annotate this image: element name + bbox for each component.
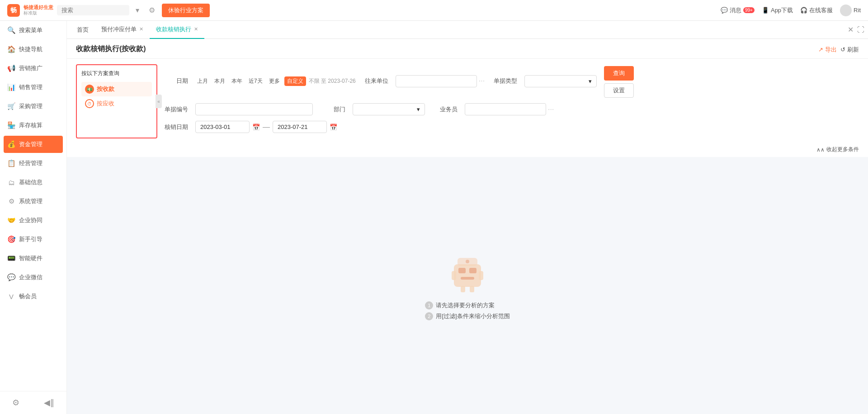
- department-select[interactable]: ▾: [353, 103, 425, 115]
- bill-type-label: 单据类型: [492, 77, 517, 85]
- sidebar-item-cooperation[interactable]: 🤝 企业协同: [0, 211, 66, 230]
- verify-date-label: 核销日期: [163, 123, 188, 131]
- online-service-button[interactable]: 🎧 在线客服: [800, 6, 833, 14]
- filter-area: 按以下方案查询 💵 按收款 ⏱ 按应收 « 日期 上月 本: [67, 59, 868, 144]
- gear-icon[interactable]: ⚙: [146, 4, 158, 17]
- refresh-button[interactable]: ↺ 刷新: [840, 46, 859, 54]
- counterpart-more-icon[interactable]: ···: [479, 77, 485, 85]
- date-label: 日期: [163, 77, 188, 85]
- sidebar-item-marketing[interactable]: 📢 营销推广: [0, 59, 66, 78]
- verify-date-range: 📅 — 📅: [195, 121, 337, 133]
- department-label: 部门: [320, 105, 345, 114]
- tab-actions: ✕ ⛶: [848, 25, 864, 34]
- svg-rect-2: [469, 268, 476, 273]
- empty-hint-1: 1 请先选择要分析的方案: [425, 301, 509, 309]
- sidebar-item-quicknav[interactable]: 🏠 快捷导航: [0, 40, 66, 59]
- sidebar-item-operations[interactable]: 📋 经营管理: [0, 154, 66, 173]
- sidebar-item-guide[interactable]: 🎯 新手引导: [0, 230, 66, 249]
- solution-button[interactable]: 休验行业方案: [162, 4, 210, 17]
- receivable-icon: ⏱: [85, 99, 94, 108]
- purchase-icon: 🛒: [7, 102, 15, 110]
- tab-bar: 首页 预付冲应付单 ✕ 收款核销执行 ✕ ✕ ⛶: [67, 21, 868, 39]
- date-unlimited: 不限 至 2023-07-26: [309, 77, 356, 85]
- sidebar-item-finance[interactable]: 💰 资金管理: [4, 136, 63, 153]
- tab-home[interactable]: 首页: [71, 21, 95, 39]
- shortcut-custom[interactable]: 自定义: [284, 76, 306, 86]
- top-search-input[interactable]: [57, 5, 129, 15]
- export-button[interactable]: ↗ 导出: [818, 46, 837, 54]
- sidebar-item-basic[interactable]: 🗂 基础信息: [0, 173, 66, 192]
- sidebar-bottom: ⚙ ◀‖: [0, 391, 66, 414]
- tab-expand-icon[interactable]: ⛶: [857, 26, 864, 34]
- sidebar-item-inventory[interactable]: 🏪 库存核算: [0, 116, 66, 135]
- message-icon: 💬: [721, 7, 728, 14]
- sidebar-item-member[interactable]: V 畅会员: [0, 287, 66, 306]
- tab2-close-icon[interactable]: ✕: [194, 26, 198, 32]
- app-download-button[interactable]: 📱 App下载: [762, 6, 793, 14]
- counterpart-label: 往来单位: [363, 77, 388, 85]
- user-avatar[interactable]: Rit: [840, 5, 861, 16]
- sidebar-item-wechat[interactable]: 💬 企业微信: [0, 268, 66, 287]
- salesperson-more-icon[interactable]: ···: [548, 105, 554, 114]
- export-icon: ↗: [818, 46, 823, 53]
- svg-rect-4: [452, 271, 456, 280]
- shortcut-more[interactable]: 更多: [267, 76, 282, 86]
- svg-rect-6: [461, 286, 465, 292]
- bill-type-dropdown-icon: ▾: [589, 78, 592, 85]
- page-title: 收款核销执行(按收款): [76, 44, 146, 54]
- verify-date-start[interactable]: [195, 121, 250, 133]
- verify-start-calendar-icon[interactable]: 📅: [252, 124, 260, 131]
- tab-close-all-icon[interactable]: ✕: [848, 25, 854, 34]
- sales-icon: 📊: [7, 83, 15, 91]
- filter-side-panel: 按以下方案查询 💵 按收款 ⏱ 按应收 «: [76, 64, 157, 138]
- svg-rect-0: [454, 264, 481, 287]
- service-icon: 🎧: [800, 7, 807, 14]
- shortcut-this-month[interactable]: 本月: [212, 76, 227, 86]
- app-icon: 📱: [762, 7, 769, 14]
- filter-by-receipt[interactable]: 💵 按收款: [81, 82, 152, 96]
- bill-no-label: 单据编号: [163, 105, 188, 114]
- tab-prepayment[interactable]: 预付冲应付单 ✕: [95, 21, 150, 39]
- finance-icon: 💰: [7, 140, 15, 148]
- sidebar-settings-icon[interactable]: ⚙: [9, 395, 22, 410]
- shortcut-this-year[interactable]: 本年: [230, 76, 244, 86]
- svg-rect-1: [458, 268, 466, 273]
- verify-end-calendar-icon[interactable]: 📅: [330, 124, 337, 131]
- sidebar-item-system[interactable]: ⚙ 系统管理: [0, 192, 66, 211]
- query-button[interactable]: 查询: [604, 66, 634, 81]
- sidebar-item-hardware[interactable]: 📟 智能硬件: [0, 249, 66, 268]
- hardware-icon: 📟: [7, 254, 15, 262]
- salesperson-input[interactable]: [465, 103, 546, 115]
- department-dropdown-icon: ▾: [417, 106, 420, 113]
- sidebar-item-purchase[interactable]: 🛒 采购管理: [0, 97, 66, 116]
- sidebar-item-sales[interactable]: 📊 销售管理: [0, 78, 66, 97]
- tab-verification[interactable]: 收款核销执行 ✕: [150, 21, 204, 39]
- message-button[interactable]: 💬 消息 99+: [721, 6, 755, 14]
- tab1-close-icon[interactable]: ✕: [139, 26, 143, 32]
- sidebar-collapse-icon[interactable]: ◀‖: [41, 395, 57, 410]
- collapse-more-button[interactable]: ∧∧ 收起更多条件: [816, 146, 859, 153]
- content-area: 首页 预付冲应付单 ✕ 收款核销执行 ✕ ✕ ⛶ 收款核销执行(按收款) ↗: [67, 21, 868, 414]
- top-bar: 畅 畅捷通好生意 标准版 ▾ ⚙ 休验行业方案 💬 消息 99+ 📱 App下载…: [0, 0, 868, 21]
- filter-side-title: 按以下方案查询: [81, 70, 152, 77]
- shortcut-last-month[interactable]: 上月: [195, 76, 210, 86]
- filter-by-receivable[interactable]: ⏱ 按应收: [81, 96, 152, 111]
- search-icon: 🔍: [7, 26, 15, 34]
- avatar: [840, 5, 852, 16]
- counterpart-input[interactable]: [396, 75, 477, 87]
- sidebar: 🔍 搜索菜单 🏠 快捷导航 📢 营销推广 📊 销售管理 🛒 采购管理 🏪 库存核…: [0, 21, 67, 414]
- page-header: 收款核销执行(按收款) ↗ 导出 ↺ 刷新: [67, 39, 868, 59]
- filter-row-1: 日期 上月 本月 本年 近7天 更多 自定义 不限 至 2023-07-26 往…: [163, 64, 859, 98]
- bill-type-select[interactable]: ▾: [524, 75, 597, 87]
- shortcut-7days[interactable]: 近7天: [247, 76, 264, 86]
- sidebar-item-search[interactable]: 🔍 搜索菜单: [0, 21, 66, 40]
- verify-date-end[interactable]: [273, 121, 327, 133]
- search-dropdown-icon[interactable]: ▾: [133, 6, 142, 15]
- settings-button[interactable]: 设置: [604, 83, 634, 98]
- counterpart-field: ···: [396, 75, 485, 87]
- bill-no-input[interactable]: [195, 103, 313, 115]
- collapse-chevron-icon: ∧∧: [816, 147, 825, 153]
- filter-side-collapse-icon[interactable]: «: [156, 95, 162, 108]
- svg-point-9: [466, 260, 469, 263]
- main-layout: 🔍 搜索菜单 🏠 快捷导航 📢 营销推广 📊 销售管理 🛒 采购管理 🏪 库存核…: [0, 21, 868, 414]
